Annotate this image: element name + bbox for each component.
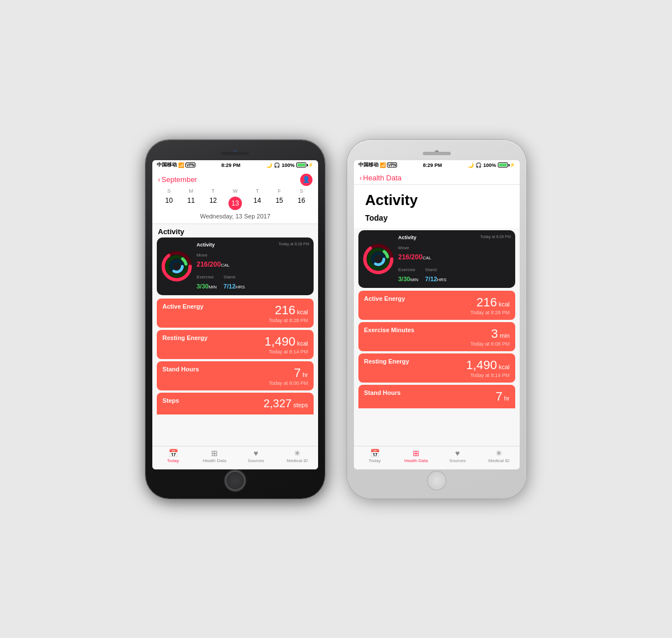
phones-container: 中国移动 📶 VPN 8:29 PM 🌙 🎧 100% ⚡ — [123, 118, 549, 521]
metric-stand-hours-dark[interactable]: Stand Hours 7 hr Today at 8:00 PM — [157, 361, 314, 390]
today-icon-light: 📅 — [370, 449, 380, 458]
move-label-dark: Move — [197, 253, 208, 258]
metric-active-energy-dark[interactable]: Active Energy 216 kcal Today at 8:28 PM — [157, 299, 314, 328]
exercise-label-light: Exercise — [398, 267, 416, 272]
metric-stand-hours-light[interactable]: Stand Hours 7 hr — [358, 385, 515, 408]
home-button-dark[interactable] — [225, 471, 245, 491]
stand-unit-light: HRS — [437, 277, 447, 282]
day-s1: S — [158, 188, 180, 194]
day-f: F — [268, 188, 290, 194]
tab-health-data-light[interactable]: ⊞ Health Data — [395, 449, 437, 468]
exercise-minutes-time-light: Today at 6:08 PM — [470, 341, 510, 347]
calendar-header: ‹ September 👤 S M T W T F — [152, 170, 318, 224]
cal-day-15[interactable]: 15 — [268, 195, 290, 211]
tab-today-dark[interactable]: 📅 Today — [152, 449, 194, 468]
phone-bottom-dark — [152, 469, 318, 492]
tab-sources-light[interactable]: ♥ Sources — [437, 449, 478, 468]
home-button-light[interactable] — [427, 471, 447, 491]
resting-energy-unit-light: kcal — [497, 364, 510, 370]
headphone-icon-light: 🎧 — [475, 162, 482, 168]
time-light: 8:29 PM — [423, 162, 442, 168]
stand-hours-unit-dark: hr — [301, 371, 308, 378]
speaker-dark — [221, 152, 249, 155]
medical-id-icon-light: ✳ — [496, 449, 502, 458]
resting-energy-time-light: Today at 8:14 PM — [466, 372, 510, 378]
active-energy-label-light: Active Energy — [364, 295, 405, 302]
today-label-light: Today — [368, 458, 380, 463]
day-t2: T — [246, 188, 268, 194]
page-title-light: Activity — [360, 187, 514, 211]
vpn-light: VPN — [387, 162, 397, 167]
metric-active-energy-light[interactable]: Active Energy 216 kcal Today at 8:28 PM — [358, 291, 515, 320]
cal-day-12[interactable]: 12 — [202, 195, 224, 211]
active-energy-value-area-dark: 216 kcal Today at 8:28 PM — [269, 303, 308, 323]
cal-day-14[interactable]: 14 — [246, 195, 268, 211]
metric-steps-dark[interactable]: Steps 2,327 steps — [157, 393, 314, 415]
cal-day-11[interactable]: 11 — [180, 195, 202, 211]
status-bar-light: 中国移动 📶 VPN 8:29 PM 🌙 🎧 100% ⚡ — [354, 160, 520, 170]
exercise-minutes-value-light: 3 — [491, 327, 498, 341]
activity-card-light: Activity Today at 8:28 PM Move 216/200CA… — [358, 230, 515, 288]
exercise-label-dark: Exercise — [197, 274, 214, 280]
tab-bar-dark: 📅 Today ⊞ Health Data ♥ Sources ✳ Medica… — [152, 446, 318, 469]
carrier-light: 中国移动 — [358, 161, 379, 169]
medical-id-label-dark: Medical ID — [287, 458, 308, 463]
stand-value-light: 7/12 — [425, 276, 437, 282]
screen-dark: 中国移动 📶 VPN 8:29 PM 🌙 🎧 100% ⚡ — [152, 160, 318, 469]
active-energy-unit-dark: kcal — [295, 309, 308, 315]
user-avatar[interactable]: 👤 — [300, 174, 312, 186]
tab-bar-light: 📅 Today ⊞ Health Data ♥ Sources ✳ Medica… — [354, 446, 520, 469]
medical-id-label-light: Medical ID — [488, 458, 510, 463]
exercise-minutes-unit-light: min — [498, 332, 510, 339]
selected-date-circle: 13 — [228, 197, 242, 210]
nav-back-button-light[interactable]: ‹ Health Data — [360, 174, 514, 182]
metric-resting-energy-dark[interactable]: Resting Energy 1,490 kcal Today at 8:14 … — [157, 330, 314, 359]
cal-day-16[interactable]: 16 — [291, 195, 312, 211]
cal-date-label: Wednesday, 13 Sep 2017 — [158, 211, 312, 221]
move-stat-light: Move 216/200CAL — [398, 241, 511, 262]
tab-sources-dark[interactable]: ♥ Sources — [235, 449, 277, 468]
stand-hours-value-area-light: 7 hr — [496, 389, 510, 404]
day-m: M — [180, 188, 202, 194]
wifi-icon-light: 📶 — [380, 162, 386, 168]
exercise-value-dark: 3/30 — [197, 283, 208, 290]
tab-medical-id-light[interactable]: ✳ Medical ID — [478, 449, 520, 468]
battery-icon-light — [498, 162, 508, 167]
day-t1: T — [202, 188, 224, 194]
moon-icon-dark: 🌙 — [266, 162, 272, 168]
health-data-icon-light: ⊞ — [413, 449, 419, 458]
day-w: W — [224, 188, 246, 194]
cal-nav: ‹ September 👤 — [158, 174, 312, 186]
active-energy-time-light: Today at 8:28 PM — [470, 310, 510, 315]
steps-value-area-dark: 2,327 steps — [264, 397, 308, 410]
cal-back-button[interactable]: ‹ September — [158, 175, 197, 184]
cal-back-label: September — [161, 175, 197, 184]
speaker-light — [423, 152, 451, 155]
nav-header-light: ‹ Health Data — [354, 170, 520, 185]
stand-stat-light: Stand 7/12HRS — [425, 263, 446, 283]
screen-light: 中国移动 📶 VPN 8:29 PM 🌙 🎧 100% ⚡ — [354, 160, 520, 469]
page-title-area: Activity Today — [354, 185, 520, 228]
resting-energy-time-dark: Today at 8:14 PM — [264, 349, 308, 355]
cal-day-13-selected[interactable]: 13 — [224, 195, 246, 211]
metric-resting-energy-light[interactable]: Resting Energy 1,490 kcal Today at 8:14 … — [358, 353, 515, 383]
stand-value-dark: 7/12 — [223, 283, 235, 290]
cal-day-10[interactable]: 10 — [158, 195, 180, 211]
resting-energy-value-area-dark: 1,490 kcal Today at 8:14 PM — [264, 334, 308, 355]
metric-exercise-minutes-light[interactable]: Exercise Minutes 3 min Today at 6:08 PM — [358, 322, 515, 351]
tab-medical-id-dark[interactable]: ✳ Medical ID — [277, 449, 318, 468]
activity-section-title: Activity — [152, 224, 318, 237]
stand-hours-value-area-dark: 7 hr Today at 8:00 PM — [269, 366, 308, 386]
move-unit-dark: CAL — [221, 263, 230, 268]
exercise-unit-light: MIN — [410, 277, 418, 282]
battery-pct-dark: 100% — [282, 162, 295, 168]
resting-energy-label-dark: Resting Energy — [162, 334, 208, 341]
screen-content-light: ‹ Health Data Activity Today — [354, 170, 520, 469]
health-data-label-light: Health Data — [404, 458, 428, 463]
active-energy-value-area-light: 216 kcal Today at 8:28 PM — [470, 295, 510, 315]
tab-today-light[interactable]: 📅 Today — [354, 449, 395, 468]
stand-hours-unit-light: hr — [502, 395, 510, 402]
sources-label-light: Sources — [449, 458, 465, 463]
status-left-light: 中国移动 📶 VPN — [358, 161, 397, 169]
tab-health-data-dark[interactable]: ⊞ Health Data — [194, 449, 235, 468]
